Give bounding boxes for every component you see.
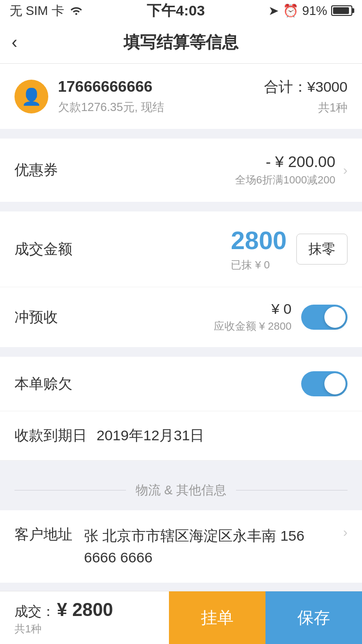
address-row[interactable]: 客户地址 张 北京市市辖区海淀区永丰南 156 6666 6666 ›: [0, 510, 362, 583]
logistics-title: 物流 & 其他信息: [136, 482, 226, 499]
status-bar: 无 SIM 卡 下午4:03 ➤ ⏰ 91%: [0, 0, 362, 21]
address-value: 张 北京市市辖区海淀区永丰南 156 6666 6666: [84, 525, 338, 568]
avatar: 👤: [14, 80, 48, 113]
transaction-sub: 已抹 ¥ 0: [231, 258, 287, 272]
title-line-left: [14, 490, 126, 490]
page-title: 填写结算等信息: [124, 31, 238, 54]
sim-status: 无 SIM 卡: [10, 2, 64, 19]
hold-button[interactable]: 挂单: [169, 591, 265, 644]
divider-1: [0, 129, 362, 139]
round-button[interactable]: 抹零: [296, 234, 348, 265]
transaction-section: 成交金额 2800 已抹 ¥ 0 抹零 冲预收 ¥ 0 应收金额 ¥ 2800: [0, 211, 362, 347]
bottom-count: 共1种: [14, 622, 154, 636]
due-date-label: 收款到期日: [14, 426, 87, 446]
precollect-row: 冲预收 ¥ 0 应收金额 ¥ 2800: [0, 287, 362, 347]
status-left: 无 SIM 卡: [10, 2, 84, 19]
precollect-sub: 应收金额 ¥ 2800: [214, 319, 292, 334]
customer-card: 👤 17666666666 欠款1276.35元, 现结 合计：¥3000 共1…: [0, 64, 362, 129]
total-count: 共1种: [264, 100, 348, 115]
bottom-info: 成交： ¥ 2800 共1种: [0, 591, 169, 644]
transaction-row: 成交金额 2800 已抹 ¥ 0 抹零: [0, 211, 362, 287]
transaction-value: 2800: [231, 226, 287, 255]
bottom-bar: 成交： ¥ 2800 共1种 挂单 保存: [0, 591, 362, 644]
precollect-toggle[interactable]: [301, 305, 348, 330]
logistics-title-row: 物流 & 其他信息: [0, 470, 362, 510]
transaction-label: 成交金额: [14, 239, 72, 259]
precollect-label: 冲预收: [14, 308, 58, 327]
toggle-knob: [324, 307, 346, 328]
status-right: ➤ ⏰ 91%: [268, 3, 352, 18]
customer-debt: 欠款1276.35元, 现结: [58, 99, 164, 115]
alarm-icon: ⏰: [283, 3, 298, 18]
battery-percent: 91%: [302, 3, 327, 18]
title-line-right: [236, 490, 348, 490]
divider-2: [0, 202, 362, 211]
credit-label: 本单赊欠: [14, 374, 72, 394]
credit-toggle-knob: [324, 373, 346, 394]
nav-bar: ‹ 填写结算等信息: [0, 21, 362, 64]
coupon-label: 优惠券: [14, 160, 58, 180]
coupon-section: 优惠券 - ¥ 200.00 全场6折满1000减200 ›: [0, 139, 362, 202]
bottom-amount: ¥ 2800: [57, 600, 113, 620]
status-time: 下午4:03: [147, 1, 205, 21]
chevron-right-icon: ›: [343, 163, 348, 178]
address-chevron-icon: ›: [343, 525, 348, 540]
credit-row: 本单赊欠: [0, 357, 362, 411]
customer-phone: 17666666666: [58, 78, 164, 96]
divider-4: [0, 461, 362, 470]
due-date-row: 收款到期日 2019年12月31日: [0, 411, 362, 461]
coupon-amount: - ¥ 200.00: [235, 153, 335, 171]
avatar-icon: 👤: [21, 87, 42, 106]
bottom-total-label: 成交：: [14, 602, 55, 621]
coupon-desc: 全场6折满1000减200: [235, 173, 335, 187]
wifi-icon: [69, 3, 84, 18]
total-amount: 合计：¥3000: [264, 77, 348, 97]
location-icon: ➤: [268, 3, 279, 18]
back-button[interactable]: ‹: [12, 32, 17, 53]
divider-3: [0, 347, 362, 357]
credit-toggle[interactable]: [301, 371, 348, 396]
save-button[interactable]: 保存: [265, 591, 362, 644]
coupon-row[interactable]: 优惠券 - ¥ 200.00 全场6折满1000减200 ›: [0, 139, 362, 202]
precollect-amount: ¥ 0: [214, 301, 292, 317]
due-date-value: 2019年12月31日: [97, 426, 204, 446]
battery-icon: [331, 5, 352, 16]
address-label: 客户地址: [14, 525, 72, 545]
credit-section: 本单赊欠 收款到期日 2019年12月31日: [0, 357, 362, 461]
